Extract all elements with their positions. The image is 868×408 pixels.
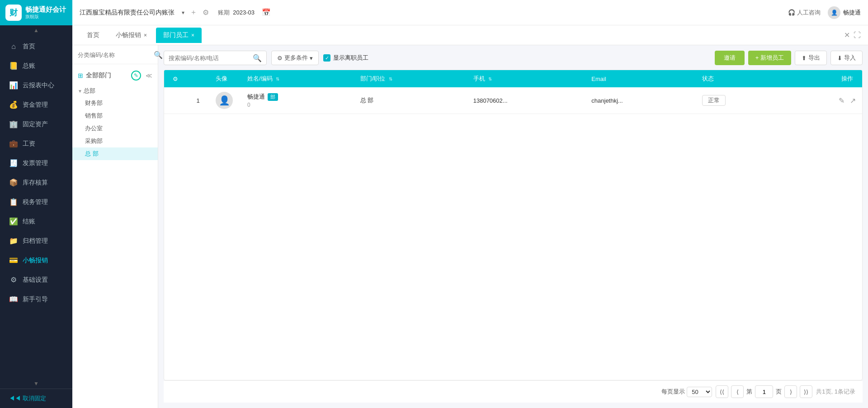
col-settings[interactable]: ⚙ — [164, 70, 187, 87]
close-tab-icon[interactable]: ✕ — [844, 31, 850, 39]
dept-edit-button[interactable]: ✎ — [131, 71, 141, 81]
sidebar-item-home[interactable]: ⌂ 首页 — [0, 37, 72, 56]
ledger-icon: 📒 — [9, 62, 18, 70]
home-icon: ⌂ — [9, 43, 18, 51]
table-toolbar: 🔍 ⚙ 更多条件 ▾ ✓ 显示离职员工 邀请 + 新增员工 ⬆ 导出 — [164, 51, 863, 65]
action-buttons: ✎ ↗ — [793, 96, 856, 105]
logo-text-block: 畅捷通好会计 旗舰版 — [25, 5, 66, 20]
topbar-settings-icon[interactable]: ⚙ — [203, 8, 209, 17]
dept-sort-icon[interactable]: ⇅ — [389, 76, 392, 81]
col-status: 状态 — [696, 70, 787, 87]
page-size-selector: 每页显示 10 20 50 100 — [661, 387, 712, 397]
dept-search-input[interactable] — [78, 52, 154, 58]
username: 畅捷通 — [843, 9, 861, 17]
col-name[interactable]: 姓名/编码 ⇅ — [241, 70, 354, 87]
dept-child-office[interactable]: 办公室 — [72, 122, 158, 135]
dept-tree: 总部 财务部 销售部 办公室 采购部 总 部 — [72, 83, 158, 162]
sidebar-item-expense[interactable]: 💳 小畅报销 — [0, 251, 72, 270]
invite-button[interactable]: 邀请 — [715, 51, 745, 65]
import-icon: ⬇ — [837, 55, 842, 62]
tab-home[interactable]: 首页 — [80, 28, 107, 43]
user-menu[interactable]: 👤 畅捷通 — [828, 6, 861, 19]
sidebar-item-settings[interactable]: ⚙ 基础设置 — [0, 270, 72, 289]
last-page-button[interactable]: ⟩⟩ — [800, 385, 812, 398]
row-name-cell: 畅捷通 部 0 — [241, 87, 354, 114]
import-button[interactable]: ⬇ 导入 — [830, 51, 863, 65]
phone-sort-icon[interactable]: ⇅ — [488, 76, 492, 81]
column-settings-icon[interactable]: ⚙ — [173, 76, 178, 82]
page-number-input[interactable] — [755, 385, 773, 398]
invoice-icon: 🧾 — [9, 159, 18, 167]
add-employee-button[interactable]: + 新增员工 — [748, 51, 791, 65]
dept-sidebar: 🔍 ⊞ 全部部门 ✎ ≪ 总部 财务部 销售部 办公室 采购部 总 部 — [72, 45, 158, 408]
expand-icon[interactable]: ⛶ — [854, 31, 861, 39]
unpin-button[interactable]: ◀◀ 取消固定 — [0, 389, 72, 408]
reports-icon: 📊 — [9, 81, 18, 90]
company-dropdown[interactable]: ▾ — [182, 9, 184, 16]
sidebar-nav: ⌂ 首页 📒 总账 📊 云报表中心 💰 资金管理 🏢 固定资产 💼 工资 🧾 发… — [0, 35, 72, 379]
per-page-select[interactable]: 10 20 50 100 — [687, 387, 712, 397]
col-actions: 操作 — [787, 70, 862, 87]
add-company-button[interactable]: ＋ — [190, 8, 197, 17]
employee-avatar: 👤 — [216, 92, 233, 109]
name-code-block: 畅捷通 部 — [247, 93, 348, 101]
all-departments-header[interactable]: ⊞ 全部部门 ✎ ≪ — [72, 68, 158, 83]
show-resigned-checkbox[interactable]: ✓ — [323, 54, 330, 62]
scroll-down[interactable]: ▼ — [0, 379, 72, 389]
sidebar-item-assets[interactable]: 🏢 固定资产 — [0, 114, 72, 134]
tabs-right: ✕ ⛶ — [844, 31, 861, 39]
sidebar-item-guide[interactable]: 📖 新手引导 — [0, 289, 72, 309]
first-page-button[interactable]: ⟨⟨ — [716, 385, 728, 398]
edit-employee-icon[interactable]: ✎ — [839, 96, 844, 105]
calendar-icon[interactable]: 📅 — [262, 8, 271, 17]
sidebar-item-reports[interactable]: 📊 云报表中心 — [0, 76, 72, 95]
guide-icon: 📖 — [9, 295, 18, 304]
assets-icon: 🏢 — [9, 120, 18, 128]
filter-button[interactable]: ⚙ 更多条件 ▾ — [271, 51, 319, 65]
prev-page-button[interactable]: ⟨ — [731, 385, 744, 398]
tab-expense[interactable]: 小畅报销 × — [108, 28, 154, 43]
sidebar-item-ledger[interactable]: 📒 总账 — [0, 56, 72, 76]
sidebar: 财 畅捷通好会计 旗舰版 ▲ ⌂ 首页 📒 总账 📊 云报表中心 💰 资金管理 … — [0, 0, 72, 408]
dept-child-purchase[interactable]: 采购部 — [72, 135, 158, 147]
sidebar-item-inventory[interactable]: 📦 库存核算 — [0, 173, 72, 192]
capital-icon: 💰 — [9, 100, 18, 109]
sidebar-item-invoice[interactable]: 🧾 发票管理 — [0, 153, 72, 173]
main-area: 江西服宝精品有限责任公司内账张 ▾ ＋ ⚙ 账期 2023-03 📅 🎧 人工咨… — [72, 0, 868, 408]
dept-collapse-icon[interactable]: ≪ — [146, 72, 152, 79]
employee-search-icon[interactable]: 🔍 — [253, 54, 262, 62]
sidebar-item-checkout[interactable]: ✅ 结账 — [0, 212, 72, 231]
expense-icon: 💳 — [9, 256, 18, 265]
col-phone[interactable]: 手机 ⇅ — [467, 70, 585, 87]
status-badge: 正常 — [702, 95, 726, 106]
col-dept[interactable]: 部门/职位 ⇅ — [354, 70, 467, 87]
show-resigned-toggle[interactable]: ✓ 显示离职员工 — [323, 54, 368, 62]
tab-close-expense[interactable]: × — [144, 32, 147, 38]
payroll-icon: 💼 — [9, 139, 18, 148]
dept-parent-head[interactable]: 总部 — [72, 85, 158, 97]
employee-search-input[interactable] — [169, 55, 250, 62]
topbar: 江西服宝精品有限责任公司内账张 ▾ ＋ ⚙ 账期 2023-03 📅 🎧 人工咨… — [72, 0, 868, 25]
sidebar-item-capital[interactable]: 💰 资金管理 — [0, 95, 72, 114]
archive-icon: 📁 — [9, 237, 18, 245]
sidebar-item-tax[interactable]: 📋 税务管理 — [0, 192, 72, 212]
sidebar-item-payroll[interactable]: 💼 工资 — [0, 134, 72, 153]
pagination-bar: 每页显示 10 20 50 100 ⟨⟨ ⟨ 第 页 ⟩ ⟩⟩ — [164, 380, 863, 403]
delete-employee-icon[interactable]: ↗ — [850, 96, 856, 105]
dept-child-general[interactable]: 总 部 — [72, 147, 158, 160]
dept-child-finance[interactable]: 财务部 — [72, 97, 158, 109]
period-value[interactable]: 2023-03 — [233, 9, 255, 16]
tab-close-employees[interactable]: × — [191, 32, 194, 38]
page-unit: 页 — [776, 388, 782, 396]
filter-icon: ⚙ — [277, 55, 283, 62]
export-button[interactable]: ⬆ 导出 — [795, 51, 827, 65]
next-page-button[interactable]: ⟩ — [784, 385, 797, 398]
tab-employees[interactable]: 部门员工 × — [156, 28, 202, 43]
col-index — [187, 70, 209, 87]
dept-child-sales[interactable]: 销售部 — [72, 109, 158, 122]
support-button[interactable]: 🎧 人工咨询 — [788, 9, 821, 17]
sidebar-item-archive[interactable]: 📁 归档管理 — [0, 231, 72, 251]
headset-icon: 🎧 — [788, 9, 795, 16]
name-sort-icon[interactable]: ⇅ — [276, 76, 279, 81]
scroll-up[interactable]: ▲ — [0, 25, 72, 35]
